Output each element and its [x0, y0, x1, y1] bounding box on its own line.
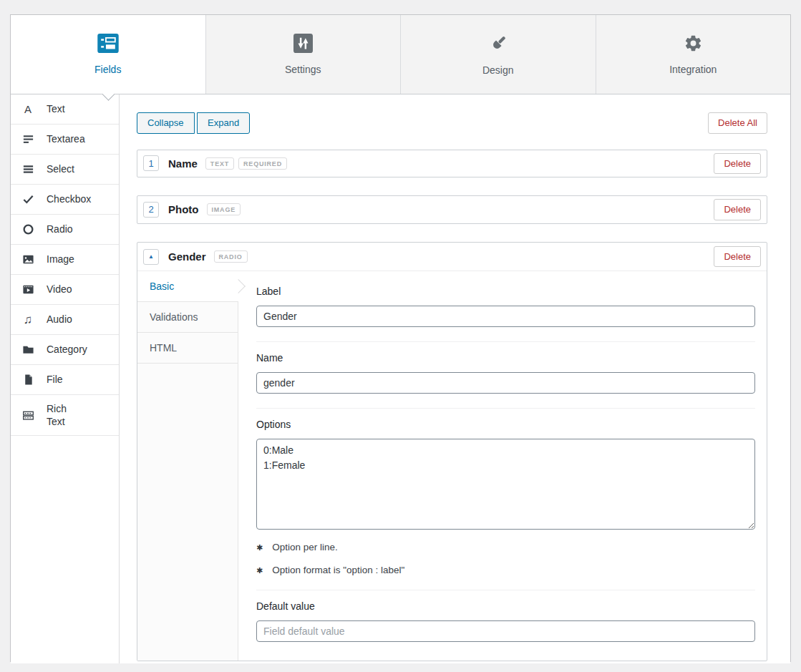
name-form-row: Name [256, 342, 755, 409]
options-field-label: Options [256, 419, 755, 430]
field-type-badge: RADIO [214, 250, 248, 263]
tab-fields[interactable]: Fields [11, 15, 205, 94]
file-icon [20, 374, 36, 386]
sidebar-item-rich-text[interactable]: Rich Text [11, 395, 119, 436]
integration-icon [684, 34, 703, 56]
sidebar-item-label: Image [47, 253, 74, 266]
delete-field-button[interactable]: Delete [714, 246, 761, 268]
sidebar-item-label: Category [47, 343, 87, 356]
sidebar-item-label: Text [47, 102, 65, 115]
gender-editor-tabs: Basic Validations HTML [137, 271, 238, 661]
sidebar-item-text[interactable]: A Text [11, 94, 119, 125]
options-note: ✱ Option format is "option : label" [256, 565, 755, 575]
field-panel-gender: ▲ Gender RADIO Delete Basic Validati [137, 242, 767, 662]
radio-icon [20, 223, 36, 235]
field-row-photo: 2 Photo IMAGE Delete [137, 195, 767, 224]
delete-field-button[interactable]: Delete [714, 199, 761, 220]
sidebar-item-label: File [47, 373, 63, 386]
fields-icon [97, 34, 119, 56]
collapse-button[interactable]: Collapse [137, 112, 195, 134]
editor-tab-validations[interactable]: Validations [137, 302, 238, 333]
editor-tab-html[interactable]: HTML [137, 333, 238, 364]
tab-integration-label: Integration [669, 64, 717, 75]
editor-tab-label: HTML [150, 342, 177, 354]
field-order-badge: 1 [143, 155, 159, 171]
sidebar-item-file[interactable]: File [11, 365, 119, 395]
options-form-row: Options 0:Male 1:Female ✱ Option per lin… [256, 409, 755, 590]
label-form-row: Label [256, 276, 755, 342]
field-title: Gender [168, 250, 206, 263]
collapse-field-button[interactable]: ▲ [143, 249, 159, 265]
sidebar-item-label: Select [47, 162, 74, 175]
field-type-badge: IMAGE [207, 203, 241, 215]
collapse-arrow-icon: ▲ [148, 253, 154, 260]
settings-icon [293, 34, 313, 56]
options-note: ✱ Option per line. [256, 542, 755, 552]
sidebar-item-audio[interactable]: ♫ Audio [11, 305, 119, 335]
sidebar-item-label: Video [47, 283, 72, 296]
textarea-icon [20, 133, 36, 145]
name-input[interactable] [256, 372, 755, 394]
top-nav-tabs: Fields Settings Design [11, 15, 790, 94]
default-value-label: Default value [256, 600, 755, 612]
delete-field-button[interactable]: Delete [714, 153, 761, 175]
sidebar-item-label: Textarea [47, 132, 85, 145]
tab-settings-label: Settings [285, 64, 321, 75]
expand-button[interactable]: Expand [197, 112, 250, 134]
sidebar-item-image[interactable]: Image [11, 245, 119, 275]
label-input[interactable] [256, 306, 755, 327]
field-title: Name [168, 157, 198, 170]
field-order-badge: 2 [143, 202, 159, 218]
default-value-input[interactable] [256, 620, 755, 642]
sidebar-item-select[interactable]: Select [11, 155, 119, 185]
text-icon: A [20, 103, 36, 115]
sidebar-item-textarea[interactable]: Textarea [11, 125, 119, 155]
label-field-label: Label [256, 286, 755, 297]
field-panel-gender-header: ▲ Gender RADIO Delete [137, 243, 767, 271]
sidebar-item-video[interactable]: Video [11, 275, 119, 305]
fields-main-panel: Collapse Expand Delete All 1 Name TEXT R… [120, 94, 790, 663]
editor-tab-basic[interactable]: Basic [137, 271, 238, 302]
options-note-text: Option format is "option : label" [272, 565, 404, 575]
image-icon [20, 253, 36, 266]
sidebar-item-category[interactable]: Category [11, 335, 119, 365]
default-value-form-row: Default value [256, 590, 755, 661]
video-icon [20, 283, 36, 296]
options-textarea[interactable]: 0:Male 1:Female [256, 439, 755, 530]
checkbox-icon [20, 193, 36, 205]
form-builder-window: Fields Settings Design [10, 14, 791, 662]
asterisk-icon: ✱ [256, 543, 263, 552]
sidebar-item-checkbox[interactable]: Checkbox [11, 185, 119, 215]
tab-settings[interactable]: Settings [205, 15, 401, 94]
rich-text-icon [20, 409, 36, 422]
sidebar-item-radio[interactable]: Radio [11, 215, 119, 245]
tab-design-label: Design [482, 64, 514, 76]
design-icon [488, 34, 508, 57]
editor-tab-label: Basic [150, 281, 174, 292]
sidebar-item-label: Rich Text [47, 402, 79, 428]
field-row-name: 1 Name TEXT REQUIRED Delete [137, 150, 767, 178]
gender-editor-content: Label Name Options 0:Male 1:Female ✱ [238, 271, 767, 661]
sidebar-item-label: Radio [47, 223, 73, 235]
fields-toolbar: Collapse Expand Delete All [137, 112, 767, 134]
name-field-label: Name [256, 352, 755, 364]
field-panel-gender-body: Basic Validations HTML Label [137, 271, 767, 661]
delete-all-button[interactable]: Delete All [708, 112, 767, 134]
tab-fields-label: Fields [94, 64, 121, 75]
asterisk-icon: ✱ [256, 566, 263, 575]
category-icon [20, 344, 36, 356]
field-type-badge: TEXT [205, 157, 234, 170]
sidebar-item-label: Checkbox [47, 193, 91, 205]
options-note-text: Option per line. [272, 542, 338, 552]
editor-tab-label: Validations [150, 311, 198, 323]
sidebar-item-label: Audio [47, 313, 72, 326]
field-title: Photo [168, 203, 199, 215]
field-types-sidebar: A Text Textarea Select [11, 94, 120, 663]
field-required-badge: REQUIRED [238, 157, 287, 170]
tab-design[interactable]: Design [400, 15, 596, 94]
select-icon [20, 163, 36, 175]
collapse-expand-group: Collapse Expand [137, 112, 250, 134]
audio-icon: ♫ [20, 313, 36, 327]
tab-integration[interactable]: Integration [596, 15, 791, 94]
